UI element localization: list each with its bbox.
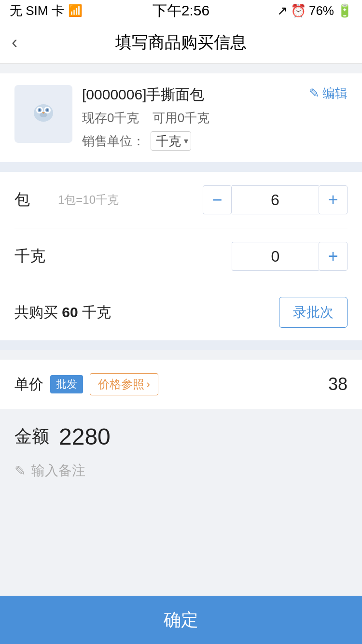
unit-label: 销售单位： [82, 133, 145, 150]
product-image [14, 85, 72, 143]
unit-select-wrapper[interactable]: 千克 包 ▾ [151, 131, 191, 151]
confirm-button[interactable]: 确定 [0, 596, 362, 644]
available-text: 可用0千克 [153, 111, 209, 125]
quantity-label-bao: 包 [14, 189, 53, 210]
price-value: 38 [328, 374, 348, 394]
quantity-sublabel-bao: 1包=10千克 [58, 192, 119, 208]
price-ref-button[interactable]: 价格参照 › [90, 373, 158, 395]
product-title: [0000006]手撕面包 [82, 85, 348, 105]
amount-section: 金额 2280 ✎ 输入备注 [0, 409, 362, 490]
product-card: [0000006]手撕面包 现存0千克 可用0千克 销售单位： 千克 包 ▾ ✎… [0, 73, 362, 162]
note-placeholder: 输入备注 [31, 462, 85, 480]
section-divider-2 [0, 340, 362, 350]
decrement-bao-button[interactable]: − [203, 185, 232, 214]
quantity-row-bao: 包 1包=10千克 − + [14, 172, 348, 228]
wholesale-tag: 批发 [50, 375, 83, 393]
price-left: 单价 批发 价格参照 › [14, 373, 158, 395]
quantity-input-kg[interactable] [232, 242, 319, 271]
price-row: 单价 批发 价格参照 › 38 [14, 373, 348, 395]
product-logo-icon [29, 98, 58, 131]
edit-button[interactable]: ✎ 编辑 [309, 85, 348, 102]
status-time: 下午2:56 [153, 1, 209, 21]
status-right: ↗ ⏰ 76% 🔋 [277, 3, 352, 18]
amount-value: 2280 [59, 423, 111, 450]
quantity-label-kg: 千克 [14, 246, 53, 267]
price-label: 单价 [14, 375, 43, 394]
back-button[interactable]: ‹ [12, 32, 17, 53]
svg-point-6 [46, 109, 48, 111]
quantity-controls-kg: + [232, 242, 348, 271]
battery-icon: 🔋 [337, 3, 352, 18]
unit-select[interactable]: 千克 包 [151, 131, 191, 151]
status-carrier: 无 SIM 卡 📶 [10, 2, 83, 19]
price-section: 单价 批发 价格参照 › 38 [0, 360, 362, 409]
amount-row: 金额 2280 [14, 423, 348, 450]
wifi-icon: 📶 [68, 4, 83, 17]
note-row[interactable]: ✎ 输入备注 [14, 462, 348, 480]
total-row: 共购买 60 千克 录批次 [0, 284, 362, 340]
total-text: 共购买 60 千克 [14, 303, 111, 322]
quantity-controls-bao: − + [203, 185, 348, 214]
stock-text: 现存0千克 [82, 111, 139, 125]
amount-label: 金额 [14, 425, 49, 448]
quantity-input-bao[interactable] [232, 185, 319, 214]
section-divider-1 [0, 162, 362, 172]
edit-icon: ✎ [309, 86, 320, 101]
product-stock: 现存0千克 可用0千克 [82, 110, 348, 126]
pencil-icon: ✎ [14, 463, 26, 479]
price-ref-label: 价格参照 [98, 377, 144, 392]
page-title: 填写商品购买信息 [115, 31, 247, 54]
total-unit: 千克 [82, 304, 111, 320]
product-unit-row: 销售单位： 千克 包 ▾ [82, 131, 348, 151]
increment-kg-button[interactable]: + [319, 242, 348, 271]
total-amount: 60 [62, 304, 82, 320]
carrier-text: 无 SIM 卡 [10, 2, 64, 19]
increment-bao-button[interactable]: + [319, 185, 348, 214]
alarm-icon: ⏰ [291, 3, 306, 18]
edit-label: 编辑 [322, 85, 348, 102]
chevron-right-icon: › [146, 378, 150, 391]
product-info: [0000006]手撕面包 现存0千克 可用0千克 销售单位： 千克 包 ▾ [82, 85, 348, 151]
quantity-section: 包 1包=10千克 − + 千克 + [0, 172, 362, 284]
nav-bar: ‹ 填写商品购买信息 [0, 21, 362, 64]
total-prefix: 共购买 [14, 304, 58, 320]
status-bar: 无 SIM 卡 📶 下午2:56 ↗ ⏰ 76% 🔋 [0, 0, 362, 21]
location-icon: ↗ [277, 3, 288, 18]
batch-button[interactable]: 录批次 [279, 297, 348, 328]
battery-text: 76% [309, 3, 334, 18]
svg-point-5 [39, 109, 41, 111]
quantity-row-kg: 千克 + [14, 228, 348, 284]
